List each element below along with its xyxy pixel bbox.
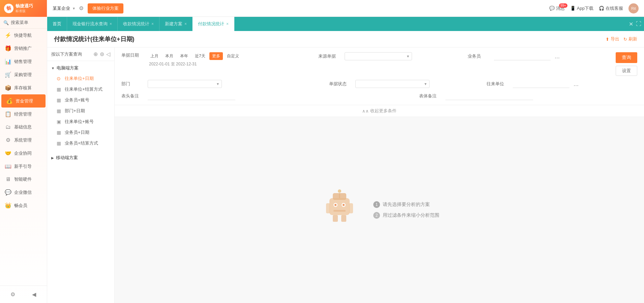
staff-dots[interactable]: ... — [553, 53, 561, 60]
settings-footer-btn[interactable]: ⚙ — [3, 289, 22, 300]
sidebar-item-wechat[interactable]: 💬 企业微信 — [0, 186, 47, 199]
user-avatar[interactable]: Rit — [628, 3, 639, 13]
scheme-item-unit-account[interactable]: ▣ 往来单位+账号 — [47, 116, 114, 127]
related-unit-dots[interactable]: ... — [572, 81, 580, 88]
empty-illustration — [319, 186, 360, 234]
scheme-item-unit-settle[interactable]: ▦ 往来单位+结算方式 — [47, 84, 114, 95]
close-receipt-tab[interactable]: × — [151, 22, 154, 26]
tabbar: 首页 现金银行流水查询 × 收款情况统计 × 新建方案 × 付款情况统计 × ✕… — [47, 17, 644, 31]
sales-icon: 📊 — [5, 58, 11, 65]
sidebar-item-business[interactable]: 📋 经营管理 — [0, 108, 47, 121]
body-remark-label: 表体备注 — [419, 93, 443, 99]
sidebar-item-enterprise[interactable]: 🤝 企业协同 — [0, 147, 47, 160]
sidebar-item-finance[interactable]: 💰 资金管理 — [1, 94, 46, 108]
last-month-btn[interactable]: 上月 — [148, 52, 161, 60]
export-btn[interactable]: ⬆ 导出 — [606, 36, 619, 42]
refresh-btn[interactable]: ↻ 刷新 — [623, 36, 637, 42]
sidebar-item-inventory[interactable]: 📦 库存核算 — [0, 81, 47, 94]
maximize-btn[interactable]: ⛶ — [636, 21, 641, 27]
sidebar-item-purchase[interactable]: 🛒 采购管理 — [0, 68, 47, 81]
finance-icon: 💰 — [6, 98, 13, 104]
shortcut-icon: ⚡ — [5, 32, 11, 38]
logo-icon: 畅 — [4, 4, 13, 13]
scheme-panel-header: 按以下方案查询 ⊕ ⊚ ◁ — [47, 48, 114, 61]
sidebar-item-shortcut[interactable]: ⚡ 快捷导航 — [0, 29, 47, 42]
dept-select[interactable]: ▾ — [148, 80, 222, 88]
sidebar-item-member[interactable]: 👑 畅会员 — [0, 199, 47, 212]
tab-receipt[interactable]: 收款情况统计 × — [118, 17, 159, 31]
sidebar-item-sales[interactable]: 📊 销售管理 — [0, 55, 47, 68]
this-month-btn[interactable]: 本月 — [163, 52, 176, 60]
logo-text: 畅捷通巧 标准版 — [16, 3, 33, 13]
page-actions: ⬆ 导出 ↻ 刷新 — [606, 36, 637, 42]
header-remark-label: 表头备注 — [121, 93, 145, 99]
app-download-btn[interactable]: 📱 App下载 — [570, 5, 593, 11]
close-window-btn[interactable]: ✕ — [629, 21, 633, 27]
source-select[interactable]: ▾ — [345, 52, 412, 60]
mobile-group-header[interactable]: ▶ 移动端方案 — [47, 153, 114, 163]
data-area: 1 请先选择要分析的方案 2 用过滤条件来缩小分析范围 — [115, 117, 644, 303]
trial-btn[interactable]: 体验行业方案 — [88, 3, 123, 13]
tab-home[interactable]: 首页 — [47, 17, 67, 31]
sidebar-item-basic[interactable]: 🗂 基础信息 — [0, 121, 47, 133]
date-label: 单据日期 — [121, 52, 145, 58]
query-btn[interactable]: 查询 — [616, 52, 637, 63]
online-service-btn[interactable]: 🎧 在线客服 — [599, 5, 623, 11]
scheme-item-unit-date[interactable]: ⊙ 往来单位+日期 — [47, 73, 114, 84]
collapse-btn[interactable]: ∧∧ 收起更多条件 — [362, 108, 397, 114]
this-year-btn[interactable]: 本年 — [177, 52, 191, 60]
custom-date-btn[interactable]: 自定义 — [224, 52, 242, 60]
scheme-item-staff-account[interactable]: ▦ 业务员+账号 — [47, 95, 114, 105]
collapse-icon: ∧∧ — [362, 109, 369, 114]
topbar-company-area: 某某企业 ▾ — [53, 5, 75, 11]
scheme-item-dept-date[interactable]: ▦ 部门+日期 — [47, 105, 114, 116]
body-remark-input[interactable] — [445, 92, 533, 100]
sidebar-item-guide[interactable]: 📖 新手引导 — [0, 160, 47, 173]
sidebar-item-system[interactable]: ⚙ 系统管理 — [0, 133, 47, 147]
tab-cashflow[interactable]: 现金银行流水查询 × — [67, 17, 118, 31]
guide-icon: 📖 — [5, 163, 11, 170]
scheme-item-staff-settle[interactable]: ▦ 业务员+结算方式 — [47, 138, 114, 149]
collapse-sidebar-btn[interactable]: ◀ — [25, 289, 44, 300]
purchase-icon: 🛒 — [5, 71, 11, 78]
last7-btn[interactable]: 近7天 — [192, 52, 208, 60]
inventory-icon: 📦 — [5, 85, 11, 91]
desktop-group-arrow: ▼ — [51, 66, 55, 70]
svg-rect-11 — [341, 215, 346, 222]
staff-input[interactable] — [494, 52, 551, 60]
sidebar-item-marketing[interactable]: 🎁 营销推广 — [0, 42, 47, 55]
doc-status-select-arrow: ▾ — [425, 82, 427, 86]
app-icon: 📱 — [570, 6, 576, 11]
empty-hints: 1 请先选择要分析的方案 2 用过滤条件来缩小分析范围 — [373, 201, 439, 219]
svg-rect-10 — [333, 215, 338, 222]
close-cashflow-tab[interactable]: × — [110, 22, 112, 26]
hardware-icon: 🖥 — [5, 176, 11, 182]
desktop-group-header[interactable]: ▼ 电脑端方案 — [47, 63, 114, 73]
settings-btn[interactable]: 设置 — [616, 66, 637, 76]
svg-point-5 — [334, 204, 336, 206]
scheme-item-staff-date[interactable]: ▦ 业务员+日期 — [47, 127, 114, 138]
header-remark-input[interactable] — [148, 92, 235, 100]
source-label: 来源单据 — [318, 53, 342, 59]
scheme-icon-5: ▣ — [57, 119, 62, 124]
more-date-btn[interactable]: 更多 — [209, 52, 223, 60]
search-menu[interactable]: 🔍 搜索菜单 — [0, 17, 47, 29]
sidebar-item-hardware[interactable]: 🖥 智能硬件 — [0, 173, 47, 186]
topbar-gear-icon[interactable]: ⚙ — [79, 5, 84, 11]
collapse-panel-icon[interactable]: ◁ — [106, 51, 110, 57]
date-range-display: 2022-01-01 至 2022-12-31 — [149, 61, 242, 67]
related-unit-input[interactable] — [513, 80, 569, 88]
collapse-area: ∧∧ 收起更多条件 — [115, 105, 644, 117]
scheme-panel-actions: ⊕ ⊚ ◁ — [93, 51, 110, 57]
empty-state: 1 请先选择要分析的方案 2 用过滤条件来缩小分析范围 — [319, 186, 439, 234]
tab-payment[interactable]: 付款情况统计 × — [193, 17, 234, 31]
tab-new[interactable]: 新建方案 × — [159, 17, 193, 31]
close-payment-tab[interactable]: × — [226, 22, 229, 26]
message-btn[interactable]: 💬 消息 99+ — [549, 5, 565, 11]
marketing-icon: 🎁 — [5, 45, 11, 52]
scheme-settings-icon[interactable]: ⊚ — [100, 51, 104, 57]
company-dropdown-arrow[interactable]: ▾ — [73, 6, 75, 11]
close-new-tab[interactable]: × — [184, 22, 187, 26]
doc-status-select[interactable]: ▾ — [355, 80, 430, 88]
add-scheme-icon[interactable]: ⊕ — [93, 51, 98, 57]
